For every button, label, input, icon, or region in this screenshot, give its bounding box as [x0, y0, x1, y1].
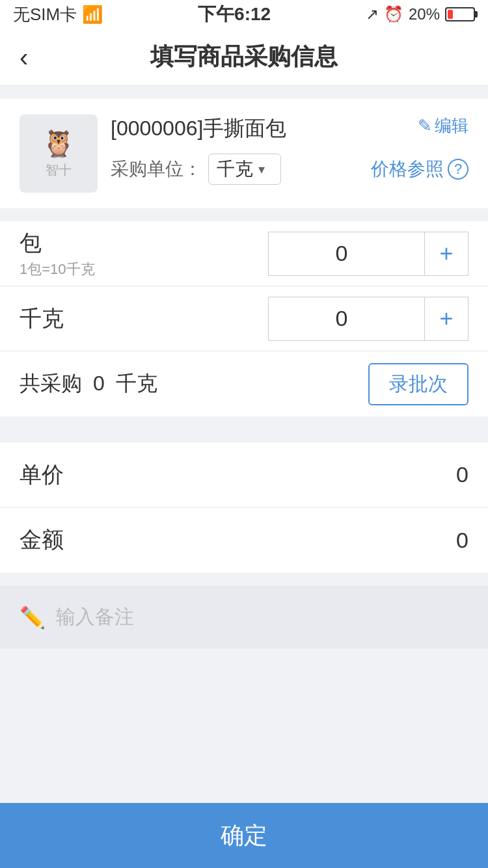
product-info: [0000006]手撕面包 ✎ 编辑 采购单位： 千克 ▾ 价格参照 ?: [111, 115, 468, 185]
status-left: 无SIM卡 📶: [13, 3, 103, 26]
kg-input-row: 千克 +: [0, 286, 488, 351]
bag-label-group: 包 1包=10千克: [20, 228, 98, 279]
divider-1: [0, 208, 488, 221]
kg-input[interactable]: [268, 297, 424, 341]
alarm-icon: ⏰: [384, 5, 403, 23]
bag-input-right: +: [268, 232, 468, 276]
bag-plus-button[interactable]: +: [424, 232, 468, 276]
product-thumb-icon: 🦉: [42, 128, 75, 159]
notes-placeholder: 输入备注: [56, 604, 134, 631]
notes-pencil-icon: ✏️: [20, 605, 46, 630]
bag-input-row: 包 1包=10千克 +: [0, 221, 488, 286]
unit-select[interactable]: 千克 ▾: [208, 154, 281, 185]
price-ref-button[interactable]: 价格参照 ?: [371, 157, 468, 182]
kg-input-right: +: [268, 297, 468, 341]
divider-2: [0, 416, 488, 429]
summary-amount: 0: [93, 372, 105, 395]
wifi-icon: 📶: [82, 5, 103, 25]
edit-icon: ✎: [418, 116, 432, 136]
confirm-bar[interactable]: 确定: [0, 803, 488, 868]
price-section: 单价 0 金额 0: [0, 442, 488, 573]
price-ref-help-icon: ?: [448, 159, 468, 180]
product-thumbnail: 🦉 智十: [20, 115, 98, 193]
input-section: 包 1包=10千克 + 千克 +: [0, 221, 488, 351]
summary-text: 共采购 0 千克: [20, 370, 157, 398]
amount-label: 金额: [20, 525, 64, 555]
location-icon: ↗: [366, 5, 379, 23]
nav-bar: ‹ 填写商品采购信息: [0, 29, 488, 86]
product-thumb-label: 智十: [46, 161, 72, 179]
carrier-label: 无SIM卡: [13, 3, 77, 26]
page-title: 填写商品采购信息: [150, 41, 338, 73]
product-unit-row: 采购单位： 千克 ▾ 价格参照 ?: [111, 154, 468, 185]
product-card: 🦉 智十 [0000006]手撕面包 ✎ 编辑 采购单位： 千克 ▾: [0, 99, 488, 208]
summary-row: 共采购 0 千克 录批次: [0, 351, 488, 416]
unit-label: 采购单位：: [111, 157, 202, 182]
kg-label: 千克: [20, 304, 98, 334]
batch-button[interactable]: 录批次: [368, 363, 468, 405]
unit-price-row: 单价 0: [0, 442, 488, 508]
amount-value: 0: [456, 528, 468, 553]
status-bar: 无SIM卡 📶 下午6:12 ↗ ⏰ 20%: [0, 0, 488, 29]
unit-dropdown-arrow: ▾: [258, 161, 265, 177]
notes-section[interactable]: ✏️ 输入备注: [0, 586, 488, 649]
battery-percent: 20%: [409, 5, 440, 23]
battery-icon: [445, 7, 475, 21]
confirm-label: 确定: [221, 820, 267, 852]
product-header: [0000006]手撕面包 ✎ 编辑: [111, 115, 468, 143]
bag-input[interactable]: [268, 232, 424, 276]
unit-price-label: 单价: [20, 460, 64, 490]
back-button[interactable]: ‹: [20, 44, 28, 70]
amount-row: 金额 0: [0, 508, 488, 573]
kg-label-group: 千克: [20, 304, 98, 334]
unit-value: 千克: [217, 157, 253, 182]
product-name: [0000006]手撕面包: [111, 115, 286, 143]
kg-plus-button[interactable]: +: [424, 297, 468, 341]
battery-fill: [448, 10, 453, 19]
bag-label: 包: [20, 228, 98, 258]
bag-sub-label: 1包=10千克: [20, 260, 98, 279]
time-label: 下午6:12: [198, 2, 271, 27]
unit-price-value: 0: [456, 462, 468, 487]
status-right: ↗ ⏰ 20%: [366, 5, 475, 23]
edit-button[interactable]: ✎ 编辑: [418, 115, 468, 137]
